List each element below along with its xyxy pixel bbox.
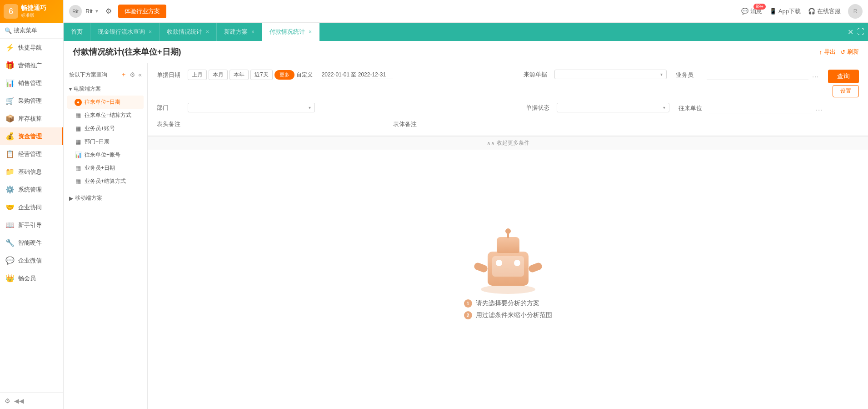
home-tab-label: 首页 <box>71 28 83 36</box>
doc-status-label: 单据状态 <box>526 104 553 112</box>
sidebar-item-wechat[interactable]: 💬 企业微信 <box>0 252 63 269</box>
scheme-settings-icon[interactable]: ⚙ <box>130 71 135 78</box>
scheme-staff-account[interactable]: ▦ 业务员+账号 <box>67 122 144 135</box>
partner-date-icon: ● <box>75 99 82 106</box>
collapse-panel-icon[interactable]: « <box>138 71 142 78</box>
empty-step-2: 2 用过滤条件来缩小分析范围 <box>464 311 552 319</box>
query-button[interactable]: 查询 <box>828 70 859 83</box>
staff-input[interactable] <box>707 70 808 80</box>
partner-input[interactable] <box>709 103 812 113</box>
tab-new-scheme[interactable]: 新建方案 × <box>217 23 262 41</box>
partner-dots[interactable]: ... <box>816 105 823 112</box>
new-scheme-tab-label: 新建方案 <box>224 28 248 36</box>
date-btn-this-year[interactable]: 本年 <box>229 70 249 80</box>
settings-button[interactable]: 设置 <box>833 85 859 97</box>
app-download-button[interactable]: 📱 App下载 <box>769 7 801 15</box>
date-btn-7days[interactable]: 近7天 <box>250 70 273 80</box>
user-selector[interactable]: Rit Rit ▼ <box>69 5 99 18</box>
new-scheme-tab-close[interactable]: × <box>251 29 254 35</box>
sidebar-item-label: 快捷导航 <box>18 44 42 52</box>
sidebar-item-inventory[interactable]: 📦 库存核算 <box>0 110 63 127</box>
date-btn-this-month[interactable]: 本月 <box>209 70 228 80</box>
sidebar-item-finance[interactable]: 💰 资金管理 <box>0 127 63 145</box>
tab-home[interactable]: 首页 <box>64 23 90 41</box>
date-btn-last-month[interactable]: 上月 <box>188 70 207 80</box>
collapse-sidebar-button[interactable]: ◀◀ <box>14 397 24 404</box>
dept-select[interactable]: ▾ <box>188 103 315 112</box>
payment-tab-close[interactable]: × <box>309 29 312 35</box>
finance-icon: 💰 <box>5 132 15 141</box>
message-button[interactable]: 💬 消息 99+ <box>741 7 762 15</box>
date-range-input[interactable] <box>320 71 393 79</box>
service-icon: 🎧 <box>808 8 815 15</box>
scheme-partner-settlement[interactable]: ▦ 往来单位+结算方式 <box>67 109 144 122</box>
filter-area: 单据日期 上月 本月 本年 近7天 更多 自定义 <box>148 63 868 136</box>
empty-steps: 1 请先选择要分析的方案 2 用过滤条件来缩小分析范围 <box>464 299 552 319</box>
tab-collection[interactable]: 收款情况统计 × <box>160 23 217 41</box>
body-note-input[interactable] <box>424 119 859 129</box>
sidebar-item-enterprise[interactable]: 🤝 企业协同 <box>0 198 63 216</box>
sidebar-item-basic[interactable]: 📁 基础信息 <box>0 163 63 181</box>
mobile-section-title[interactable]: ▶ 移动端方案 <box>67 192 144 205</box>
expand-mobile-icon: ▶ <box>69 195 73 202</box>
doc-status-select[interactable]: ▾ <box>557 103 670 112</box>
dept-arrow-icon: ▾ <box>309 105 311 110</box>
system-icon: ⚙️ <box>5 185 15 194</box>
cash-flow-tab-close[interactable]: × <box>149 29 152 35</box>
topbar-gear-icon[interactable]: ⚙ <box>105 7 112 15</box>
online-service-button[interactable]: 🎧 在线客服 <box>808 7 841 15</box>
expand-tab-icon[interactable]: ⛶ <box>857 28 864 36</box>
export-label: 导出 <box>824 48 836 56</box>
scheme-staff-settlement[interactable]: ▦ 业务员+结算方式 <box>67 175 144 188</box>
guide-icon: 📖 <box>5 221 15 229</box>
trial-btn[interactable]: 体验行业方案 <box>118 5 166 18</box>
scheme-staff-account-label: 业务员+账号 <box>85 125 115 132</box>
sidebar-item-quick-nav[interactable]: ⚡ 快捷导航 <box>0 39 63 56</box>
sidebar-item-label: 库存核算 <box>18 115 42 123</box>
user-dropdown-icon: ▼ <box>95 9 99 14</box>
scheme-staff-date[interactable]: ▦ 业务员+日期 <box>67 162 144 175</box>
doc-status-arrow-icon: ▾ <box>663 105 665 110</box>
close-all-tabs-icon[interactable]: ✕ <box>848 28 853 36</box>
sidebar-item-purchase[interactable]: 🛒 采购管理 <box>0 92 63 110</box>
step-2-num: 2 <box>464 311 472 319</box>
user-avatar[interactable]: R <box>848 4 863 19</box>
scheme-partner-date[interactable]: ● 往来单位+日期 <box>67 96 144 109</box>
scheme-partner-account[interactable]: 📊 往来单位+账号 <box>67 148 144 162</box>
sidebar-item-guide[interactable]: 📖 新手引导 <box>0 216 63 234</box>
desktop-section-title[interactable]: ▾ 电脑端方案 <box>67 82 144 96</box>
sidebar-item-system[interactable]: ⚙️ 系统管理 <box>0 181 63 198</box>
settings-footer-icon[interactable]: ⚙ <box>5 397 10 404</box>
sidebar-item-label: 企业协同 <box>18 203 42 212</box>
tab-cash-flow[interactable]: 现金银行流水查询 × <box>90 23 160 41</box>
sidebar-item-label: 企业微信 <box>18 257 42 265</box>
partner-account-icon: 📊 <box>75 151 82 158</box>
filter-row-1: 单据日期 上月 本月 本年 近7天 更多 自定义 <box>157 70 859 97</box>
search-menu-button[interactable]: 🔍 搜索菜单 <box>0 23 63 39</box>
scheme-staff-settlement-label: 业务员+结算方式 <box>85 177 126 185</box>
sidebar-item-operations[interactable]: 📋 经营管理 <box>0 145 63 163</box>
dept-date-icon: ▦ <box>75 138 82 145</box>
sidebar-item-marketing[interactable]: 🎁 营销推广 <box>0 56 63 74</box>
partner-label: 往来单位 <box>678 104 706 112</box>
doc-status-field: 单据状态 ▾ <box>526 103 670 112</box>
sidebar-item-sales[interactable]: 📊 销售管理 <box>0 74 63 92</box>
add-scheme-icon[interactable]: ＋ <box>120 71 127 79</box>
sidebar-item-member[interactable]: 👑 畅会员 <box>0 269 63 287</box>
export-button[interactable]: ↑ 导出 <box>819 48 836 56</box>
refresh-button[interactable]: ↺ 刷新 <box>840 48 859 56</box>
user-avatar-small: Rit <box>69 5 82 18</box>
header-note-input[interactable] <box>188 119 384 129</box>
collection-tab-close[interactable]: × <box>206 29 209 35</box>
sidebar-item-hardware[interactable]: 🔧 智能硬件 <box>0 234 63 252</box>
collapse-filter-bar[interactable]: ∧∧ 收起更多条件 <box>148 136 868 150</box>
sidebar-item-label: 采购管理 <box>18 97 42 105</box>
scheme-dept-date[interactable]: ▦ 部门+日期 <box>67 135 144 148</box>
date-btn-more[interactable]: 更多 <box>274 70 294 80</box>
staff-dots[interactable]: ... <box>812 71 819 79</box>
tab-payment[interactable]: 付款情况统计 × <box>262 23 319 41</box>
date-btn-custom[interactable]: 自定义 <box>296 71 313 79</box>
empty-illustration <box>472 239 544 294</box>
source-doc-select[interactable]: ▾ <box>554 70 667 79</box>
left-panel: 按以下方案查询 ＋ ⚙ « ▾ 电脑端方案 ● <box>64 63 148 409</box>
